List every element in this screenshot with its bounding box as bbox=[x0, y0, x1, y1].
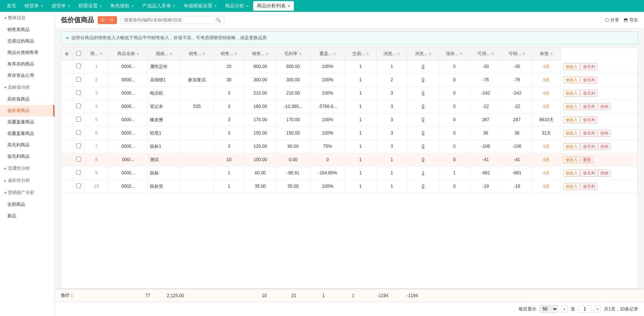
sidebar-item-low-margin[interactable]: 低毛利商品 bbox=[0, 151, 54, 162]
select-all-checkbox[interactable] bbox=[76, 51, 81, 56]
close-icon[interactable]: ✕ bbox=[214, 4, 217, 8]
col-tags-header[interactable]: 标签⇅ bbox=[533, 48, 560, 60]
col-saleable-header[interactable]: 可销...⇅ bbox=[501, 48, 532, 60]
col-spec-header[interactable]: 规格...⇅ bbox=[148, 48, 181, 60]
period-button[interactable]: 近一月 bbox=[98, 16, 117, 24]
views1-link[interactable]: 0 bbox=[422, 104, 425, 109]
nav-item-sales[interactable]: 销货单 ✕ bbox=[21, 1, 47, 11]
row-settings bbox=[61, 140, 73, 153]
views1-link[interactable]: 0 bbox=[422, 91, 425, 96]
views1-link[interactable]: 0 bbox=[422, 157, 425, 162]
sidebar-item-new-goods[interactable]: 新品 bbox=[0, 210, 54, 222]
row-saleable: 31天 bbox=[533, 126, 560, 140]
col-sales-profit-header[interactable]: 销售...⇅ bbox=[245, 48, 276, 60]
row-checkbox[interactable] bbox=[76, 64, 81, 68]
col-current-header[interactable]: 现有...⇅ bbox=[439, 48, 470, 60]
share-button[interactable]: ⬡ 分享 bbox=[605, 17, 619, 23]
first-page-button[interactable]: ‹ bbox=[561, 305, 568, 313]
close-icon[interactable]: ✕ bbox=[99, 4, 102, 8]
row-checkbox[interactable] bbox=[76, 170, 81, 175]
nav-item-role[interactable]: 角色授权 ✕ bbox=[107, 1, 138, 11]
views1-link[interactable]: 0 bbox=[422, 184, 425, 189]
col-gross-margin-header[interactable]: 毛利率⇅ bbox=[276, 48, 310, 60]
table-row: 8 000/... 测试 10 100.00 0.00 0 1 1 0 0 -4… bbox=[61, 153, 638, 166]
views1-link[interactable]: 1 bbox=[422, 170, 425, 176]
top-nav: 首页 销货单 ✕ 进货单 ✕ 权限设置 ✕ 角色授权 ✕ 产成品入库单 ✕ 单据… bbox=[0, 0, 644, 12]
close-icon[interactable]: ✕ bbox=[67, 4, 70, 8]
sidebar-item-all-goods[interactable]: 全部商品 bbox=[0, 199, 54, 210]
col-views2-header[interactable]: 浏览...⇅ bbox=[407, 48, 439, 60]
row-sales-profit: 170.00 bbox=[276, 113, 310, 126]
sidebar-group-overall[interactable]: ▾ 整体信息 bbox=[0, 12, 54, 24]
sidebar-group-liquidity[interactable]: ▸ 流通性分析 bbox=[0, 162, 54, 174]
sidebar-item-sales-goods[interactable]: 销售类商品 bbox=[0, 24, 54, 35]
row-checkbox[interactable] bbox=[76, 157, 81, 162]
row-sales-count: 3 bbox=[214, 100, 245, 113]
col-views1-header[interactable]: 浏览...⇅ bbox=[376, 48, 407, 60]
sidebar-item-low-value[interactable]: 低价值商品 bbox=[0, 105, 54, 116]
row-code: 0000... bbox=[109, 73, 148, 86]
sidebar-item-traded-goods[interactable]: 交易过的商品 bbox=[0, 35, 54, 47]
nav-item-permission[interactable]: 权限设置 ✕ bbox=[75, 1, 106, 11]
views1-link[interactable]: 0 bbox=[422, 144, 425, 149]
row-saleable: 0天 bbox=[533, 140, 560, 153]
nav-item-template[interactable]: 单据模板设置 ✕ bbox=[180, 1, 221, 11]
row-checkbox[interactable] bbox=[76, 103, 81, 108]
col-sales-count-header[interactable]: 销售...⇅ bbox=[181, 48, 214, 60]
row-spec bbox=[181, 153, 214, 166]
col-coverage-header[interactable]: 覆盖...⇅ bbox=[310, 48, 345, 60]
close-icon[interactable]: ✕ bbox=[172, 4, 175, 8]
row-settings bbox=[61, 126, 73, 140]
sidebar-group-marketing[interactable]: ▾ 营销推广分析 bbox=[0, 187, 54, 199]
col-name-header[interactable]: 商品名称⇅ bbox=[109, 48, 148, 60]
tag: 热销 bbox=[598, 170, 611, 177]
page-number-input[interactable] bbox=[578, 305, 591, 313]
sidebar-group-contribution[interactable]: ▾ 贡献值分析 bbox=[0, 81, 54, 94]
sidebar-item-stock-goods[interactable]: 有库存的商品 bbox=[0, 58, 54, 70]
views1-link[interactable]: 0 bbox=[422, 64, 425, 69]
col-sales-amount-header[interactable]: 销售...⇅ bbox=[214, 48, 245, 60]
sidebar-item-high-margin[interactable]: 高毛利商品 bbox=[0, 139, 54, 151]
row-checkbox[interactable] bbox=[76, 117, 81, 122]
nav-item-home[interactable]: 首页 bbox=[3, 1, 20, 11]
tag: 低收入 bbox=[563, 90, 580, 97]
search-icon[interactable]: 🔍 bbox=[215, 17, 221, 23]
row-checkbox[interactable] bbox=[76, 130, 81, 135]
page-size-select[interactable]: 50 20 100 bbox=[539, 305, 558, 313]
close-icon[interactable]: ✕ bbox=[287, 4, 290, 8]
sidebar-item-high-coverage[interactable]: 高覆盖量商品 bbox=[0, 116, 54, 128]
nav-item-purchase[interactable]: 进货单 ✕ bbox=[48, 1, 74, 11]
export-button[interactable]: ⬒ 导出 bbox=[624, 17, 638, 23]
views1-link[interactable]: 0 bbox=[422, 77, 425, 82]
row-transactions: 3 bbox=[376, 126, 407, 140]
nav-item-product-in[interactable]: 产成品入库单 ✕ bbox=[138, 1, 179, 11]
next-page-button[interactable]: › bbox=[594, 305, 601, 313]
sidebar-item-category-rate[interactable]: 商品分类销售率 bbox=[0, 47, 54, 58]
nav-item-analysis-list[interactable]: 商品分析列表 ✕ bbox=[253, 1, 294, 11]
col-settings[interactable]: ⚙ bbox=[61, 48, 73, 60]
col-code-header[interactable]: 商...⇅ bbox=[84, 48, 109, 60]
sidebar-group-growth[interactable]: ▸ 成长性分析 bbox=[0, 174, 54, 187]
row-checkbox[interactable] bbox=[76, 77, 81, 82]
col-available-header[interactable]: 可用...⇅ bbox=[470, 48, 501, 60]
sidebar-item-high-value[interactable]: 高价值商品 bbox=[0, 94, 54, 105]
row-checkbox[interactable] bbox=[76, 90, 81, 95]
row-tags: 低收入低毛利 bbox=[560, 60, 637, 74]
row-checkbox[interactable] bbox=[76, 183, 81, 188]
close-icon[interactable]: ✕ bbox=[131, 4, 134, 8]
search-input[interactable] bbox=[124, 17, 215, 23]
views1-link[interactable]: 0 bbox=[422, 117, 425, 122]
nav-item-analysis[interactable]: 商品分析 ✕ bbox=[221, 1, 252, 11]
sidebar-item-stock-capital[interactable]: 库存资金占用 bbox=[0, 70, 54, 81]
row-gross-margin: 100% bbox=[310, 180, 345, 193]
close-icon[interactable]: ✕ bbox=[40, 4, 43, 8]
row-tags: 低收入低毛利热销 bbox=[560, 166, 637, 180]
row-checkbox[interactable] bbox=[76, 143, 81, 148]
close-icon[interactable]: ✕ bbox=[246, 4, 249, 8]
sort-icon: ⇅ bbox=[333, 52, 336, 56]
tag: 低毛利 bbox=[581, 103, 597, 110]
views1-link[interactable]: 0 bbox=[422, 130, 425, 136]
sidebar-item-low-coverage[interactable]: 低覆盖量商品 bbox=[0, 128, 54, 139]
col-transactions-header[interactable]: 交易...⇅ bbox=[345, 48, 376, 60]
chevron-down-icon: ▾ bbox=[4, 16, 6, 20]
